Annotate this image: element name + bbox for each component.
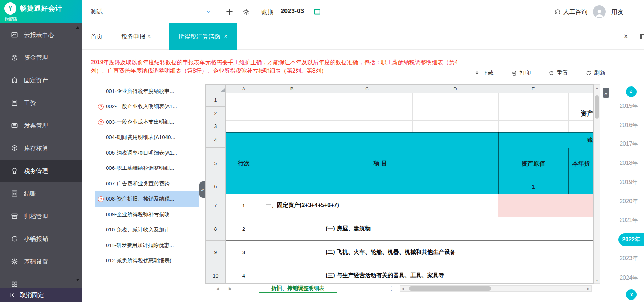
tab-home[interactable]: 首页 [91,33,103,41]
header-group-partial[interactable]: 账 [586,132,594,148]
tab-income-tax-settlement[interactable]: 所得税汇算清缴 × [169,23,237,50]
sidebar-item-salary[interactable]: 工资 [0,91,82,114]
report-item[interactable]: 001-企业所得税年度纳税申... [95,84,199,99]
unpin-sidebar-button[interactable]: 取消固定 [0,288,82,302]
collapse-report-list-handle[interactable]: « [199,181,205,198]
scroll-right-icon[interactable]: ▶ [586,286,591,291]
year-item-2015[interactable]: 2015年 [614,100,644,112]
expand-years-handle[interactable]: » [603,88,609,98]
sheet-cell[interactable]: (二) 飞机、火车、轮船、机器、机械和其他生产设备 [322,241,498,264]
sheet-cell[interactable]: 2 [226,217,262,241]
sheet-cell[interactable] [568,241,594,264]
report-item[interactable]: ?003-一般企业成本支出明细... [95,114,199,130]
row-header[interactable]: 4 [206,132,226,148]
download-button[interactable]: 下载 [474,69,494,77]
sidebar-item-reimburse[interactable]: 小畅报销 [0,228,82,250]
add-account-button[interactable] [225,7,234,16]
sheet-tab-depreciation[interactable]: 折旧、摊销调整明细表 [259,284,337,293]
report-item[interactable]: 004-期间费用明细表(A1040... [95,130,199,145]
header-cell-row-no[interactable]: 行次 [226,132,262,194]
panel-restore-icon[interactable] [640,34,644,39]
sheet-cell[interactable]: 一、固定资产(2+3+4+5+6+7) [262,194,498,217]
sheet-cell[interactable] [498,217,568,241]
year-item-2016[interactable]: 2016年 [614,119,644,132]
report-item[interactable]: ?002-一般企业收入明细表(A1... [95,99,199,114]
period-value[interactable]: 2023-03 [281,7,304,15]
column-header-f[interactable] [568,85,594,93]
header-cell-asset-original[interactable]: 资产原值 [498,148,568,179]
username[interactable]: 用友 [611,8,623,16]
sheet-cell[interactable] [498,194,568,217]
sidebar-item-cloud-report[interactable]: 云报表中心 [0,23,82,46]
report-item[interactable]: 006-职工薪酬纳税调整明细... [95,161,199,176]
sidebar-item-archive[interactable]: 归档管理 [0,205,82,228]
consult-button[interactable]: 人工咨询 [554,8,587,16]
year-item-2020[interactable]: 2020年 [614,195,644,208]
scroll-up-icon[interactable]: ▲ [594,85,600,90]
sheet-cell[interactable] [498,264,568,284]
sidebar-item-funds[interactable]: 资金管理 [0,46,82,69]
row-header[interactable]: 6 [206,179,226,194]
close-all-icon[interactable]: × [623,33,628,40]
report-item[interactable]: 010-免税、减计收入及加计... [95,222,199,237]
report-item[interactable]: 012-减免所得税优惠明细表(... [95,253,199,268]
year-item-2021[interactable]: 2021年 [614,214,644,226]
column-header-e[interactable]: E [498,85,568,93]
refresh-button[interactable]: 刷新 [585,69,605,77]
row-header[interactable]: 9 [206,241,226,264]
year-item-2022-selected[interactable]: 2022年 [618,233,644,246]
vertical-scrollbar[interactable]: ▲ ▼ [594,84,600,284]
year-item-2023[interactable]: 2023年 [614,252,644,265]
tab-close-icon[interactable]: × [147,33,151,40]
sheet-tab-prev-icon[interactable]: ◀ [216,286,219,291]
column-header-d[interactable]: D [412,85,498,93]
sheet-cell[interactable]: (一) 房屋、建筑物 [322,217,498,241]
topbar-gear-icon[interactable] [242,8,250,16]
sheet-cell[interactable] [568,194,594,217]
scroll-down-icon[interactable]: ▼ [594,278,600,283]
avatar[interactable] [593,5,606,18]
row-header[interactable]: 5 [206,148,226,179]
more-options-icon[interactable]: ⋮ [389,285,394,292]
sidebar-item-fixed-assets[interactable]: 固定资产 [0,69,82,91]
year-item-2018[interactable]: 2018年 [614,157,644,169]
sheet-cell[interactable]: 4 [226,264,262,284]
sheet-tab-next-icon[interactable]: ▶ [229,286,232,291]
row-header[interactable]: 8 [206,217,226,241]
sheet-cell[interactable] [262,241,322,264]
tab-tax-filing[interactable]: 税务申报 × [121,33,151,41]
year-item-2024[interactable]: 2024年 [614,272,644,284]
tab-close-icon[interactable]: × [224,33,227,40]
sheet-cell[interactable]: (三) 与生产经营活动有关的器具、工具、家具等 [322,264,498,284]
calendar-icon[interactable] [313,7,321,15]
horizontal-scrollbar[interactable]: ◀ ▶ [400,285,592,292]
reset-button[interactable]: 重置 [548,69,568,77]
column-header-b[interactable]: B [262,85,322,93]
row-header[interactable]: 2 [206,107,226,120]
sheet-cell[interactable] [568,217,594,241]
report-item-selected[interactable]: ?008-资产折旧、摊销及纳税... [95,191,199,207]
report-item[interactable]: 009-企业所得税弥补亏损明... [95,207,199,222]
sidebar-item-settings[interactable]: 基础设置 [0,250,82,273]
year-item-2017[interactable]: 2017年 [614,138,644,150]
years-scroll-up-button[interactable]: « [626,86,637,97]
row-header[interactable]: 3 [206,120,226,132]
print-button[interactable]: 打印 [511,69,531,77]
column-header-c[interactable]: C [322,85,412,93]
header-col-number[interactable]: 1 [498,179,568,194]
horizontal-scrollbar-thumb[interactable] [409,286,491,291]
report-item[interactable]: 005-纳税调整项目明细表(A1... [95,145,199,161]
row-header[interactable]: 7 [206,194,226,217]
column-header-a[interactable]: A [226,85,262,93]
account-selector[interactable]: 测试 [84,5,216,18]
sheet-cell[interactable]: 1 [226,194,262,217]
year-item-2019[interactable]: 2019年 [614,176,644,189]
row-header[interactable]: 10 [206,264,226,284]
select-all-corner[interactable] [206,85,226,93]
years-scroll-down-button[interactable]: « [626,289,637,300]
sheet-cell[interactable] [262,217,322,241]
sidebar-item-tax[interactable]: 税务管理 [0,160,82,182]
sheet-cell[interactable] [568,264,594,284]
sheet-cell[interactable] [262,264,322,284]
sidebar-item-inventory[interactable]: 库存核算 [0,137,82,160]
